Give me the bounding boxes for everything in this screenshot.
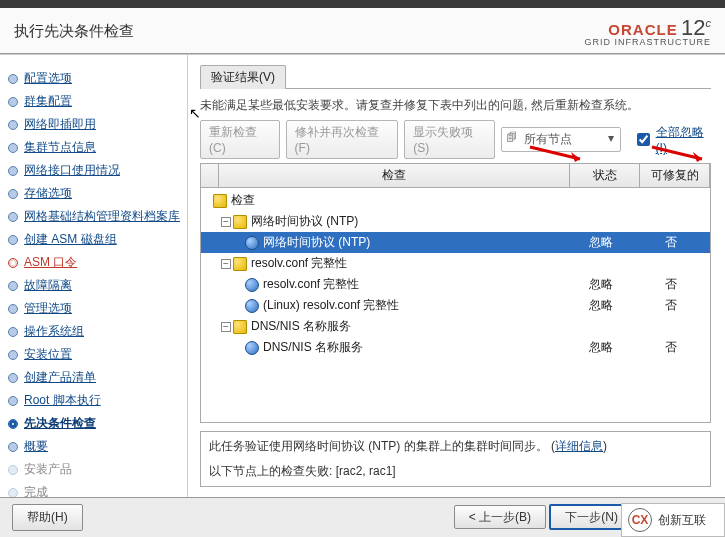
watermark-logo-icon: CX [628,508,652,532]
collapse-icon[interactable]: − [221,322,231,332]
brand: ORACLE [608,21,677,38]
dns-group[interactable]: − DNS/NIS 名称服务 [201,316,710,337]
ignore-all-checkbox[interactable]: 全部忽略(I) [633,124,711,155]
page-title: 执行先决条件检查 [14,22,134,41]
failed-nodes: 以下节点上的检查失败: [rac2, rac1] [209,463,702,480]
dns-item[interactable]: DNS/NIS 名称服务 忽略否 [201,337,710,358]
step-network-if[interactable]: 网络接口使用情况 [0,159,187,182]
collapse-icon[interactable]: − [221,259,231,269]
details-link[interactable]: 详细信息 [555,439,603,453]
nodes-select[interactable]: 所有节点 [501,127,621,152]
show-failed-button[interactable]: 显示失败项(S) [404,120,494,159]
step-network-pnp[interactable]: 网络即插即用 [0,113,187,136]
gear-icon [245,236,259,250]
step-prereq[interactable]: 先决条件检查 [0,412,187,435]
folder-icon [213,194,227,208]
step-asm-disk[interactable]: 创建 ASM 磁盘组 [0,228,187,251]
collapse-icon[interactable]: − [221,217,231,227]
version: 12c [681,15,711,40]
step-storage[interactable]: 存储选项 [0,182,187,205]
folder-icon [233,320,247,334]
wizard-sidebar: 配置选项 群集配置 网络即插即用 集群节点信息 网络接口使用情况 存储选项 网格… [0,55,188,497]
help-button[interactable]: 帮助(H) [12,504,83,531]
col-fix[interactable]: 可修复的 [640,164,710,187]
details-line1: 此任务验证使用网络时间协议 (NTP) 的集群上的集群时间同步。 ( [209,439,555,453]
step-asm-password[interactable]: ASM 口令 [0,251,187,274]
checks-tree: 检查 − 网络时间协议 (NTP) 网络时间协议 (NTP) 忽略否 − res… [201,188,710,358]
watermark: CX 创新互联 [621,503,725,537]
step-grid-repo[interactable]: 网格基础结构管理资料档案库 [0,205,187,228]
step-install: 安装产品 [0,458,187,481]
subbrand: GRID INFRASTRUCTURE [585,38,712,47]
col-state[interactable]: 状态 [570,164,640,187]
fix-recheck-button[interactable]: 修补并再次检查(F) [286,120,399,159]
ntp-group[interactable]: − 网络时间协议 (NTP) [201,211,710,232]
step-mgmt-options[interactable]: 管理选项 [0,297,187,320]
tree-root[interactable]: 检查 [201,190,710,211]
step-inventory[interactable]: 创建产品清单 [0,366,187,389]
content-pane: 验证结果(V) 未能满足某些最低安装要求。请复查并修复下表中列出的问题, 然后重… [188,55,725,497]
gear-icon [245,278,259,292]
gear-icon [245,299,259,313]
folder-icon [233,215,247,229]
oracle-logo: ORACLE 12c GRID INFRASTRUCTURE [585,17,712,47]
toolbar: 重新检查(C) 修补并再次检查(F) 显示失败项(S) 所有节点 全部忽略(I) [200,120,711,159]
resolv-group[interactable]: − resolv.conf 完整性 [201,253,710,274]
step-os-groups[interactable]: 操作系统组 [0,320,187,343]
folder-icon [233,257,247,271]
details-box: 此任务验证使用网络时间协议 (NTP) 的集群上的集群时间同步。 (详细信息) … [200,431,711,487]
wizard-footer: 帮助(H) < 上一步(B) 下一步(N) > 安装(I) [0,497,725,537]
col-handle [201,164,219,187]
watermark-text: 创新互联 [658,512,706,529]
tab-verify-result[interactable]: 验证结果(V) [200,65,286,89]
back-button[interactable]: < 上一步(B) [454,505,546,529]
step-summary[interactable]: 概要 [0,435,187,458]
resolv-item[interactable]: resolv.conf 完整性 忽略否 [201,274,710,295]
step-root-script[interactable]: Root 脚本执行 [0,389,187,412]
ignore-all-input[interactable] [637,133,650,146]
grid-header: 检查 状态 可修复的 [201,164,710,188]
linux-resolv-item[interactable]: (Linux) resolv.conf 完整性 忽略否 [201,295,710,316]
step-cluster-config[interactable]: 群集配置 [0,90,187,113]
step-install-location[interactable]: 安装位置 [0,343,187,366]
step-fault-isolation[interactable]: 故障隔离 [0,274,187,297]
ntp-item[interactable]: 网络时间协议 (NTP) 忽略否 [201,232,710,253]
checks-grid: 检查 状态 可修复的 检查 − 网络时间协议 (NTP) 网络时间协议 (NTP… [200,163,711,423]
wizard-header: 执行先决条件检查 ORACLE 12c GRID INFRASTRUCTURE [0,8,725,54]
window-titlebar [0,0,725,8]
step-cluster-nodes[interactable]: 集群节点信息 [0,136,187,159]
step-config-option[interactable]: 配置选项 [0,67,187,90]
step-finish: 完成 [0,481,187,497]
col-check[interactable]: 检查 [219,164,570,187]
info-message: 未能满足某些最低安装要求。请复查并修复下表中列出的问题, 然后重新检查系统。 [200,97,711,114]
recheck-button[interactable]: 重新检查(C) [200,120,280,159]
ignore-all-label: 全部忽略(I) [656,124,711,155]
gear-icon [245,341,259,355]
